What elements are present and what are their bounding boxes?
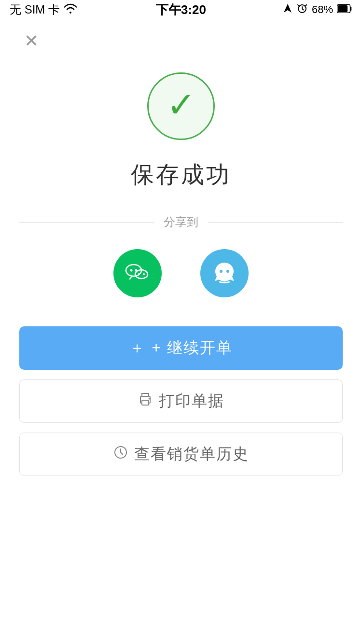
status-bar: 无 SIM 卡 下午3:20 68% [0,0,362,19]
continue-order-button[interactable]: ＋ + 继续开单 [19,326,343,370]
wechat-share-button[interactable] [113,249,162,297]
qq-icon [210,259,239,288]
wifi-icon [64,3,77,16]
svg-point-7 [138,273,140,275]
svg-point-13 [149,398,150,400]
share-label: 分享到 [154,214,208,230]
print-icon [138,392,153,411]
success-title: 保存成功 [131,159,231,190]
close-button[interactable]: ✕ [19,29,43,53]
status-bar-left: 无 SIM 卡 [10,2,77,17]
svg-rect-12 [142,400,149,405]
close-icon: ✕ [24,32,39,50]
status-bar-time: 下午3:20 [156,1,206,18]
history-label: 查看销货单历史 [134,444,249,465]
checkmark-icon: ✓ [167,87,195,122]
history-button[interactable]: 查看销货单历史 [19,433,343,476]
location-icon [283,3,292,16]
success-circle: ✓ [147,72,215,140]
main-content: ✕ ✓ 保存成功 分享到 [0,19,362,476]
print-label: 打印单据 [159,391,224,412]
battery-icon [337,3,352,16]
sim-text: 无 SIM 卡 [10,2,60,17]
share-section: 分享到 [19,214,343,230]
share-icons-row [113,249,249,297]
print-button[interactable]: 打印单据 [19,379,343,423]
svg-point-4 [130,269,133,272]
svg-rect-2 [338,5,348,12]
svg-point-9 [220,270,223,273]
status-bar-right: 68% [283,2,352,17]
history-icon [113,445,128,464]
success-icon-container: ✓ [147,72,215,140]
battery-text: 68% [312,3,333,16]
svg-point-10 [226,270,229,273]
action-buttons: ＋ + 继续开单 打印单据 查看销货单历 [19,326,343,476]
alarm-icon [296,2,308,17]
qq-share-button[interactable] [200,249,249,297]
continue-label: + 继续开单 [152,337,233,359]
close-btn-container: ✕ [19,19,343,68]
svg-point-8 [143,273,145,275]
wechat-icon [123,259,152,288]
continue-icon: ＋ [129,337,146,359]
